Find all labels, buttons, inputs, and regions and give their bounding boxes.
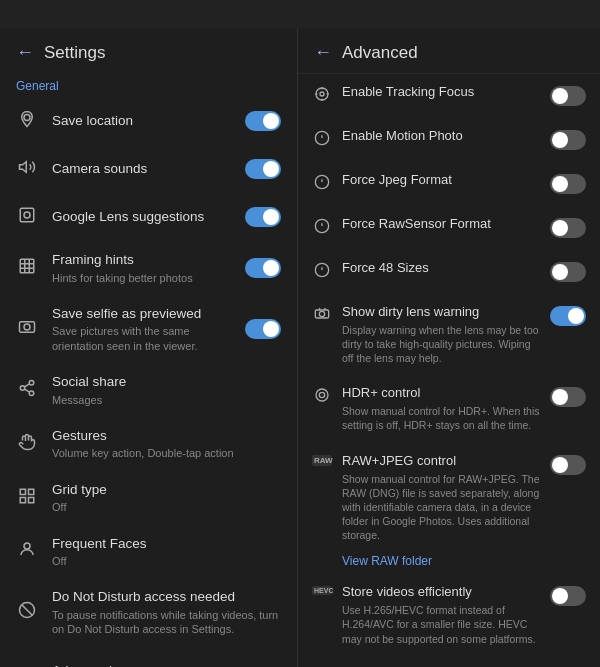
tracking-focus-toggle[interactable] [550,86,586,106]
save-location-title: Save location [52,112,231,130]
svg-point-38 [316,389,328,401]
dirty-lens-subtitle: Display warning when the lens may be too… [342,323,540,366]
tracking-focus-title: Enable Tracking Focus [342,84,540,101]
svg-point-19 [24,543,30,549]
left-back-icon[interactable]: ← [16,42,34,63]
svg-point-39 [319,393,324,398]
force-48-title: Force 48 Sizes [342,260,540,277]
raw-jpeg-icon: RAW [312,455,332,466]
social-share-text: Social share Messages [52,373,281,407]
right-title: Advanced [342,43,418,63]
adv-item-dirty-lens[interactable]: Show dirty lens warning Display warning … [298,294,600,375]
advanced-title: Advanced [52,662,281,667]
settings-item-camera-sounds[interactable]: Camera sounds [0,145,297,193]
motion-photo-toggle[interactable] [550,130,586,150]
hdr-title: HDR+ control [342,385,540,402]
svg-point-0 [24,115,30,121]
grid-type-subtitle: Off [52,500,281,514]
settings-item-social-share[interactable]: Social share Messages [0,363,297,417]
do-not-disturb-title: Do Not Disturb access needed [52,588,281,606]
main-content: ← Settings General Save location Camera … [0,28,600,667]
adv-item-force-jpeg[interactable]: Force Jpeg Format [298,162,600,206]
svg-point-9 [24,324,30,330]
raw-jpeg-title: RAW+JPEG control [342,453,540,470]
save-selfie-text: Save selfie as previewed Save pictures w… [52,305,231,353]
dirty-lens-text: Show dirty lens warning Display warning … [342,304,540,365]
settings-item-do-not-disturb[interactable]: Do Not Disturb access needed To pause no… [0,578,297,646]
hdr-icon [312,387,332,406]
svg-point-22 [320,92,324,96]
adv-item-motion-photo[interactable]: Enable Motion Photo [298,118,600,162]
raw-jpeg-subtitle: Show manual control for RAW+JPEG. The RA… [342,472,540,543]
google-lens-text: Google Lens suggestions [52,208,231,226]
settings-item-grid-type[interactable]: Grid type Off [0,471,297,525]
store-videos-subtitle: Use H.265/HEVC format instead of H.264/A… [342,603,540,646]
camera-sounds-toggle[interactable] [245,159,281,179]
motion-photo-text: Enable Motion Photo [342,128,540,145]
google-lens-toggle[interactable] [245,207,281,227]
dirty-lens-toggle[interactable] [550,306,586,326]
save-selfie-toggle[interactable] [245,319,281,339]
svg-point-2 [24,212,30,218]
raw-jpeg-toggle[interactable] [550,455,586,475]
adv-item-raw-jpeg[interactable]: RAW RAW+JPEG control Show manual control… [298,443,600,553]
force-jpeg-toggle[interactable] [550,174,586,194]
gestures-icon [16,433,38,455]
settings-item-advanced[interactable]: ··· Advanced [0,647,297,668]
hdr-subtitle: Show manual control for HDR+. When this … [342,404,540,432]
settings-item-framing-hints[interactable]: Framing hints Hints for taking better ph… [0,241,297,295]
store-videos-toggle[interactable] [550,586,586,606]
gestures-subtitle: Volume key action, Double-tap action [52,446,281,460]
force-raw-text: Force RawSensor Format [342,216,540,233]
svg-line-14 [24,384,29,387]
view-raw-folder-link[interactable]: View RAW folder [298,552,600,574]
left-header: ← Settings [0,28,297,73]
adv-item-social-depth[interactable]: Social media depth features [298,656,600,667]
adv-item-force-raw[interactable]: Force RawSensor Format [298,206,600,250]
raw-jpeg-text: RAW+JPEG control Show manual control for… [342,453,540,543]
force-raw-toggle[interactable] [550,218,586,238]
svg-point-37 [319,311,324,316]
adv-item-force-48[interactable]: Force 48 Sizes [298,250,600,294]
store-videos-text: Store videos efficiently Use H.265/HEVC … [342,584,540,645]
right-back-icon[interactable]: ← [314,42,332,63]
force-jpeg-text: Force Jpeg Format [342,172,540,189]
frequent-faces-icon [16,540,38,562]
hdr-toggle[interactable] [550,387,586,407]
settings-item-save-location[interactable]: Save location [0,97,297,145]
save-location-toggle[interactable] [245,111,281,131]
motion-photo-title: Enable Motion Photo [342,128,540,145]
right-panel: ← Advanced Enable Tracking Focus Enable … [298,28,600,667]
do-not-disturb-icon [16,601,38,623]
svg-rect-16 [29,489,34,494]
framing-hints-toggle[interactable] [245,258,281,278]
social-share-icon [16,379,38,401]
force-48-toggle[interactable] [550,262,586,282]
svg-rect-1 [20,208,34,222]
grid-type-title: Grid type [52,481,281,499]
svg-line-21 [22,605,33,616]
advanced-text: Advanced [52,662,281,667]
settings-item-gestures[interactable]: Gestures Volume key action, Double-tap a… [0,417,297,471]
svg-point-12 [29,391,34,396]
save-location-text: Save location [52,112,231,130]
force-raw-title: Force RawSensor Format [342,216,540,233]
save-selfie-icon [16,318,38,340]
adv-item-hdr[interactable]: HDR+ control Show manual control for HDR… [298,375,600,442]
settings-item-save-selfie[interactable]: Save selfie as previewed Save pictures w… [0,295,297,363]
adv-item-store-videos[interactable]: HEVC Store videos efficiently Use H.265/… [298,574,600,655]
force-jpeg-icon [312,174,332,193]
svg-point-11 [20,386,25,391]
top-bar [0,0,600,28]
tracking-focus-icon [312,86,332,105]
camera-sounds-title: Camera sounds [52,160,231,178]
tracking-focus-text: Enable Tracking Focus [342,84,540,101]
settings-item-google-lens[interactable]: Google Lens suggestions [0,193,297,241]
settings-item-frequent-faces[interactable]: Frequent Faces Off [0,525,297,579]
store-videos-title: Store videos efficiently [342,584,540,601]
adv-item-tracking-focus[interactable]: Enable Tracking Focus [298,74,600,118]
framing-hints-title: Framing hints [52,251,231,269]
dirty-lens-title: Show dirty lens warning [342,304,540,321]
force-raw-icon [312,218,332,237]
force-48-icon [312,262,332,281]
